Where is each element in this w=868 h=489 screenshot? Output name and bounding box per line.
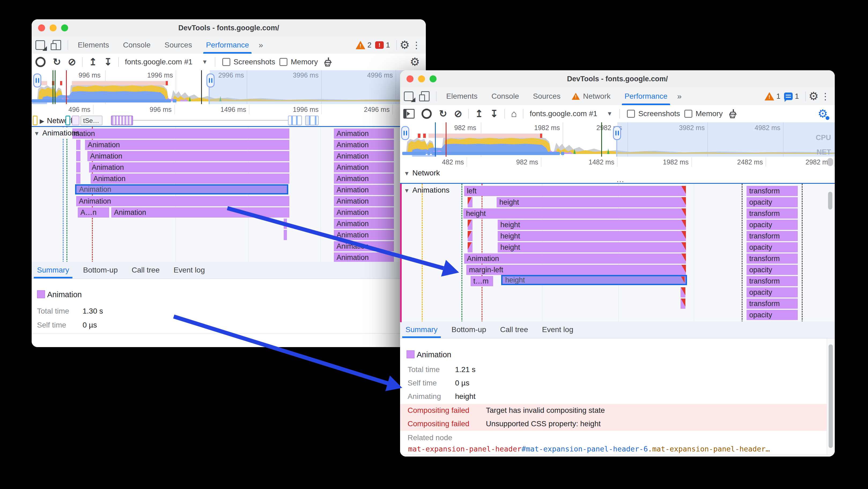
- related-node-link[interactable]: mat-expansion-panel-header#mat-expansion…: [408, 445, 770, 453]
- animation-bar[interactable]: Animation: [76, 196, 289, 206]
- clear-icon[interactable]: ⊘: [68, 57, 76, 67]
- network-request-chip[interactable]: [288, 116, 302, 125]
- animation-bar-selected[interactable]: Animation: [75, 184, 288, 194]
- animation-bar[interactable]: Animation: [334, 162, 394, 173]
- screenshots-checkbox[interactable]: [222, 58, 230, 66]
- animations-track[interactable]: ▼Animations left height height height he…: [400, 183, 835, 323]
- animation-bar[interactable]: transform: [747, 276, 798, 286]
- animation-bar[interactable]: opacity: [747, 310, 798, 320]
- animation-bar[interactable]: Animation: [111, 207, 289, 218]
- device-toolbar-icon[interactable]: [53, 40, 61, 50]
- collect-garbage-icon[interactable]: [322, 57, 333, 67]
- screenshots-checkbox[interactable]: [627, 110, 635, 118]
- inspect-icon[interactable]: [35, 40, 45, 50]
- track-resize-strip[interactable]: …: [400, 178, 835, 183]
- close-button[interactable]: [38, 24, 45, 31]
- tab-sources[interactable]: Sources: [157, 36, 199, 54]
- animation-bar[interactable]: Animation: [334, 128, 394, 139]
- minimize-button[interactable]: [418, 75, 425, 82]
- animation-bar[interactable]: Animation: [334, 196, 394, 206]
- capture-settings-gear-icon[interactable]: ⚙: [410, 56, 420, 68]
- tab-bottom-up[interactable]: Bottom-up: [452, 322, 486, 338]
- network-request-chip[interactable]: [65, 116, 70, 125]
- toggle-sidebar-icon[interactable]: [403, 109, 414, 119]
- animation-bar[interactable]: [284, 230, 287, 240]
- settings-gear-icon[interactable]: ⚙: [808, 91, 819, 102]
- animation-bar[interactable]: Animation: [85, 140, 289, 150]
- tab-sources[interactable]: Sources: [526, 87, 567, 105]
- animation-bar[interactable]: Animation: [71, 128, 289, 139]
- record-icon[interactable]: [422, 109, 432, 119]
- reload-icon[interactable]: ↻: [53, 57, 61, 67]
- animation-bar[interactable]: Animation: [91, 174, 289, 184]
- animation-bar[interactable]: height: [463, 208, 686, 219]
- overview-dimmed-region[interactable]: [210, 70, 426, 104]
- profile-select[interactable]: fonts.google.com #1: [530, 110, 597, 118]
- animation-bar[interactable]: height: [498, 242, 686, 252]
- node-id[interactable]: #mat-expansion-panel-header-6: [522, 445, 648, 453]
- timeline-overview[interactable]: 982 ms1982 ms2982 ms3982 ms4982 ms CPU: [400, 122, 835, 157]
- animation-bar[interactable]: t…m: [471, 276, 493, 286]
- animation-bar[interactable]: Animation: [334, 207, 394, 218]
- tab-performance[interactable]: Performance: [618, 87, 674, 105]
- animation-bar[interactable]: Animation: [87, 151, 289, 161]
- profile-select[interactable]: fonts.google.com #1: [125, 58, 192, 66]
- dropdown-caret-icon[interactable]: ▼: [607, 110, 613, 117]
- close-button[interactable]: [406, 75, 413, 82]
- collect-garbage-icon[interactable]: [727, 109, 738, 119]
- animation-bar[interactable]: Animation: [334, 151, 394, 161]
- animation-bar[interactable]: [76, 151, 81, 161]
- timeline-overview[interactable]: 996 ms1996 ms2996 ms3996 ms4996 ms: [32, 70, 426, 104]
- animation-bar[interactable]: transform: [747, 231, 798, 241]
- animation-bar[interactable]: opacity: [747, 287, 798, 298]
- animation-bar[interactable]: Animation: [464, 253, 686, 264]
- tab-elements[interactable]: Elements: [71, 36, 116, 54]
- animation-bar[interactable]: Animation: [334, 252, 394, 263]
- node-tag[interactable]: mat-expansion-panel-header: [408, 445, 522, 453]
- settings-gear-icon[interactable]: ⚙: [400, 39, 410, 51]
- animation-bar[interactable]: transform: [747, 208, 798, 219]
- animation-bar[interactable]: opacity: [747, 220, 798, 230]
- tab-console[interactable]: Console: [116, 36, 158, 54]
- warning-icon[interactable]: !: [765, 92, 774, 100]
- overview-dimmed-region[interactable]: [617, 122, 835, 157]
- warning-icon[interactable]: !: [355, 41, 365, 49]
- download-profile-icon[interactable]: ↧: [104, 57, 112, 67]
- tab-event-log[interactable]: Event log: [174, 262, 205, 278]
- animation-bar[interactable]: margin-left: [466, 265, 686, 275]
- tab-network[interactable]: Network: [580, 87, 618, 105]
- network-request-chip[interactable]: [33, 116, 37, 125]
- tab-summary[interactable]: Summary: [37, 262, 69, 278]
- dropdown-caret-icon[interactable]: ▼: [202, 59, 208, 65]
- animation-bar[interactable]: height: [498, 220, 686, 230]
- animation-bar[interactable]: [284, 219, 287, 229]
- animation-bar[interactable]: transform: [747, 299, 798, 309]
- scrollbar-track[interactable]: [827, 338, 835, 454]
- overview-right-handle[interactable]: [207, 73, 215, 87]
- more-menu-icon[interactable]: ⋮: [819, 91, 835, 102]
- network-track[interactable]: ▶Network tSe…: [32, 115, 426, 127]
- animation-bar-selected[interactable]: height: [501, 275, 687, 285]
- tab-call-tree[interactable]: Call tree: [500, 322, 528, 338]
- tab-performance[interactable]: Performance: [199, 36, 256, 54]
- animation-bar[interactable]: left: [464, 186, 686, 196]
- animation-bar[interactable]: opacity: [747, 265, 798, 275]
- tab-elements[interactable]: Elements: [439, 87, 485, 105]
- more-tabs-icon[interactable]: »: [674, 92, 684, 101]
- disclosure-triangle-icon[interactable]: ▼: [404, 170, 410, 177]
- memory-checkbox[interactable]: [684, 110, 692, 118]
- clear-icon[interactable]: ⊘: [454, 109, 462, 119]
- animation-bar[interactable]: transform: [747, 253, 798, 264]
- download-profile-icon[interactable]: ↧: [490, 109, 498, 119]
- animation-bar[interactable]: [76, 174, 81, 184]
- track-scrollbar-thumb[interactable]: [828, 192, 832, 210]
- upload-profile-icon[interactable]: ↥: [89, 57, 97, 67]
- zoom-button[interactable]: [61, 24, 68, 31]
- more-tabs-icon[interactable]: »: [256, 40, 266, 50]
- capture-settings-gear-icon[interactable]: ⚙: [817, 108, 828, 119]
- messages-icon[interactable]: [784, 93, 793, 100]
- network-request-chip[interactable]: [305, 116, 318, 125]
- disclosure-triangle-icon[interactable]: ▼: [404, 187, 410, 194]
- network-request-chip[interactable]: [72, 116, 80, 125]
- minimize-button[interactable]: [50, 24, 57, 31]
